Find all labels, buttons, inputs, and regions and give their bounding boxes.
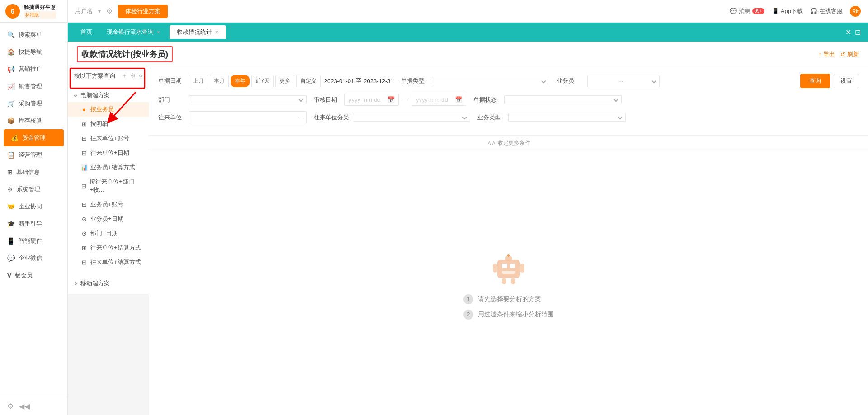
partner-category-select[interactable]	[353, 113, 470, 122]
messages-btn[interactable]: 💬 消息 99+	[730, 7, 764, 15]
add-scheme-icon[interactable]: ＋	[121, 72, 127, 80]
partner-more-icon[interactable]: ···	[297, 114, 302, 121]
online-service-btn[interactable]: 🎧 在线客服	[810, 7, 843, 15]
basic-info-icon: ⊞	[7, 169, 13, 176]
salesperson-settlement-icon: 📊	[80, 164, 88, 171]
scheme-item-salesperson-account[interactable]: ⊟ 业务员+账号	[68, 197, 149, 212]
scheme-item-salesperson-date[interactable]: ⊙ 业务员+日期	[68, 212, 149, 226]
scheme-item-partner-settlement2[interactable]: ⊟ 往来单位+结算方式	[68, 255, 149, 269]
sidebar-item-finance[interactable]: 💰 资金管理	[4, 129, 64, 146]
svg-point-7	[507, 254, 510, 257]
scheme-item-partner-dept[interactable]: ⊟ 按往来单位+部门+收...	[68, 174, 149, 197]
scheme-item-partner-settlement1[interactable]: ⊞ 往来单位+结算方式	[68, 241, 149, 255]
collapse-bar[interactable]: ∧∧ 收起更多条件	[149, 135, 868, 151]
collapse-panel-icon[interactable]: «	[139, 72, 142, 80]
guide-icon: 🎓	[7, 220, 15, 227]
date-btn-last-7[interactable]: 近7天	[251, 75, 274, 87]
sidebar-item-sales[interactable]: 📈 销售管理	[0, 78, 67, 95]
scheme-item-dept-date[interactable]: ⊙ 部门+日期	[68, 226, 149, 241]
tab-receivables[interactable]: 收款情况统计 ✕	[170, 25, 226, 39]
export-btn[interactable]: ↑ 导出	[819, 50, 835, 58]
dropdown-icon[interactable]: ▾	[98, 8, 101, 14]
partner-date-icon: ⊟	[80, 150, 88, 156]
sidebar-item-search[interactable]: 🔍 搜索菜单	[0, 26, 67, 43]
scheme-item-detail[interactable]: ⊞ 按明细	[68, 117, 149, 131]
doctype-select[interactable]	[432, 77, 549, 85]
calendar-end-icon[interactable]: 📅	[455, 96, 462, 103]
scheme-item-partner-date[interactable]: ⊟ 往来单位+日期	[68, 146, 149, 160]
date-btn-custom[interactable]: 自定义	[296, 75, 321, 87]
svg-rect-9	[520, 264, 524, 273]
tab-close-cashflow[interactable]: ✕	[156, 29, 160, 35]
app-download-btn[interactable]: 📱 App下载	[772, 7, 803, 15]
chevron-right-icon	[74, 282, 77, 285]
empty-state: 1 请先选择要分析的方案 2 用过滤条件来缩小分析范围	[149, 151, 868, 415]
filter-review-date-item: 审核日期 yyyy-mm-dd 📅 — yyyy-mm-dd 📅	[314, 94, 466, 106]
sidebar-item-member[interactable]: V 畅会员	[0, 267, 67, 284]
review-date-label: 审核日期	[314, 96, 341, 104]
salesperson-date-icon: ⊙	[80, 216, 88, 222]
tab-cashflow[interactable]: 现金银行流水查询 ✕	[99, 25, 168, 39]
filter-partner-category-item: 往来单位分类	[314, 113, 470, 122]
scheme-item-salesperson[interactable]: ● 按业务员	[68, 102, 149, 117]
calendar-start-icon[interactable]: 📅	[387, 96, 395, 103]
query-btn[interactable]: 查询	[800, 74, 830, 88]
review-date-end[interactable]: yyyy-mm-dd 📅	[412, 94, 466, 106]
partner-settlement1-icon: ⊞	[80, 245, 88, 251]
tab-home[interactable]: 首页	[75, 25, 98, 39]
sidebar-item-inventory[interactable]: 📦 库存核算	[0, 112, 67, 129]
purchase-icon: 🛒	[7, 100, 15, 107]
scheme-item-partner-account[interactable]: ⊟ 往来单位+账号	[68, 131, 149, 146]
svg-rect-8	[493, 264, 497, 273]
scheme-item-salesperson-settlement[interactable]: 📊 业务员+结算方式	[68, 160, 149, 174]
home-icon: 🏠	[7, 48, 15, 56]
filter-salesperson-item: 业务员 ···	[557, 75, 660, 87]
partner-select[interactable]: ···	[189, 111, 307, 123]
mobile-schemes-title[interactable]: 移动端方案	[68, 277, 149, 290]
sidebar-item-marketing[interactable]: 📢 营销推广	[0, 61, 67, 78]
scheme-settings-icon[interactable]: ⚙	[130, 72, 136, 80]
sidebar-item-weixin[interactable]: 💬 企业微信	[0, 250, 67, 267]
date-btn-this-year[interactable]: 本年	[231, 75, 250, 87]
system-icon: ⚙	[7, 186, 13, 193]
sidebar-item-purchase[interactable]: 🛒 采购管理	[0, 95, 67, 112]
user-avatar[interactable]: Rit	[850, 6, 861, 17]
page-header: 收款情况统计(按业务员) ↑ 导出 ↺ 刷新	[68, 42, 868, 67]
sidebar-item-hardware[interactable]: 📱 智能硬件	[0, 232, 67, 250]
docstatus-select[interactable]	[504, 95, 622, 104]
desktop-schemes-title[interactable]: 电脑端方案	[68, 89, 149, 102]
review-date-start[interactable]: yyyy-mm-dd 📅	[344, 94, 399, 106]
date-btn-more[interactable]: 更多	[275, 75, 294, 87]
sidebar-item-quicknav[interactable]: 🏠 快捷导航	[0, 43, 67, 61]
detail-scheme-icon: ⊞	[80, 121, 88, 127]
empty-step-2: 2 用过滤条件来缩小分析范围	[463, 310, 554, 320]
dept-select[interactable]	[189, 95, 307, 104]
tab-bar: 首页 现金银行流水查询 ✕ 收款情况统计 ✕ ✕ ⊡	[68, 23, 868, 42]
salesperson-more-icon[interactable]: ···	[618, 78, 623, 85]
date-btn-last-month[interactable]: 上月	[189, 75, 208, 87]
window-close-icon[interactable]: ✕	[845, 28, 851, 37]
sidebar-item-guide[interactable]: 🎓 新手引导	[0, 215, 67, 232]
sidebar-item-operations[interactable]: 📋 经营管理	[0, 146, 67, 164]
settings-gear-icon[interactable]: ⚙	[106, 7, 113, 15]
trial-btn[interactable]: 体验行业方案	[118, 5, 168, 18]
content-area: 按以下方案查询 ＋ ⚙ « 电脑端方案 ● 按业务员	[68, 67, 868, 415]
salesperson-select[interactable]: ···	[587, 75, 660, 87]
doctype-label: 单据类型	[401, 77, 428, 85]
refresh-btn[interactable]: ↺ 刷新	[840, 50, 859, 58]
sidebar-item-collaboration[interactable]: 🤝 企业协同	[0, 198, 67, 215]
window-maximize-icon[interactable]: ⊡	[855, 28, 861, 37]
tab-close-receivables[interactable]: ✕	[215, 29, 219, 35]
left-panel-header: 按以下方案查询 ＋ ⚙ «	[68, 67, 149, 85]
biztype-select[interactable]	[508, 113, 626, 122]
sidebar-item-basic-info[interactable]: ⊞ 基础信息	[0, 164, 67, 181]
dept-chevron-icon	[299, 98, 303, 102]
sidebar-item-system[interactable]: ⚙ 系统管理	[0, 181, 67, 198]
dept-label: 部门	[158, 96, 185, 104]
docstatus-chevron-icon	[614, 98, 618, 102]
settings-icon[interactable]: ⚙	[7, 402, 14, 410]
settings-btn[interactable]: 设置	[834, 74, 859, 88]
collapse-sidebar-icon[interactable]: ◀◀	[19, 402, 30, 410]
filter-dept-item: 部门	[158, 95, 307, 104]
date-btn-this-month[interactable]: 本月	[210, 75, 229, 87]
